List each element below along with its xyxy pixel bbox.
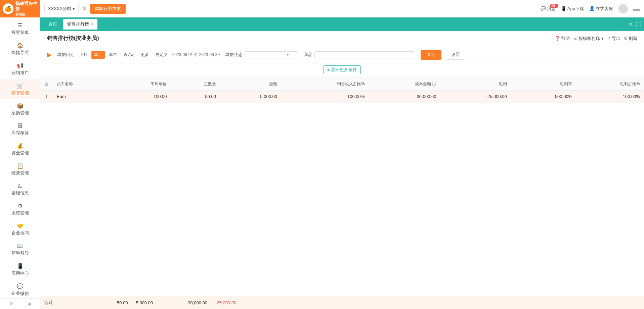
status-select[interactable]: ▾	[245, 51, 298, 58]
page-actions: ❓ 帮助 🖨 按模板打印 ▾ ↗ 导出 ↻ 刷新	[555, 36, 637, 46]
sidebar-item-wechat[interactable]: 💬 企业微信	[0, 280, 40, 298]
company-select[interactable]: XXXXX公司 ▾	[44, 4, 79, 13]
date-tab-custom[interactable]: 自定义	[153, 51, 170, 59]
sidebar-item-finance[interactable]: 💰 资金管理	[0, 139, 40, 159]
sidebar-item-label: 企业微信	[11, 291, 29, 297]
data-table: ⚙ 员工名称 平均单价 主数量 全额 销售收入占比% 成本全额 ⓘ 毛利 毛利率…	[40, 78, 644, 103]
top-right: 💬 消息 99+ 📱 App下载 👤 在线客服 ▬	[541, 4, 640, 13]
settings-button[interactable]: 设置	[447, 50, 464, 60]
sidebar-item-enterprise[interactable]: 🤝 企业协同	[0, 219, 40, 240]
query-button[interactable]: 查询	[421, 50, 441, 60]
refresh-icon: ↻	[624, 36, 628, 41]
marketing-icon: 📢	[17, 62, 24, 69]
app-sub: 标准版	[15, 12, 37, 16]
finance-icon: 💰	[17, 143, 24, 149]
th-sales-ratio: 销售收入占比%	[281, 78, 369, 91]
message-button[interactable]: 💬 消息 99+	[541, 6, 556, 12]
date-range-label: 2023-06-01 至 2023-06-30	[172, 52, 220, 58]
content-area: 销售排行榜(按业务员) ❓ 帮助 🖨 按模板打印 ▾ ↗ 导出 ↻ 刷新	[40, 31, 644, 309]
refresh-button[interactable]: ↻ 刷新	[624, 36, 637, 42]
sidebar: 🍊 畅康通好生意 标准版 ☰ 搜索菜单 🏠 快捷导航 📢 营销推广 🛒 销售管理…	[0, 0, 40, 309]
expand-icon: ▾	[327, 67, 330, 72]
cell-rank: 1	[40, 91, 53, 103]
sales-icon: 🛒	[17, 83, 24, 89]
th-amount: 全额	[220, 78, 281, 91]
top-bar: XXXXX公司 ▾ ⚙ 体验行业方案 💬 消息 99+ 📱 App下载 👤 在线…	[40, 0, 644, 17]
sidebar-collapse-icon[interactable]: ◀	[27, 301, 31, 306]
cell-profit-ratio: 100.00%	[576, 91, 644, 103]
tab-home[interactable]: 首页	[44, 17, 62, 31]
sidebar-item-inventory[interactable]: 🗄 库存核算	[0, 119, 40, 139]
sidebar-item-system[interactable]: ⚙ 系统管理	[0, 199, 40, 219]
enterprise-icon: 🤝	[17, 223, 24, 229]
service-icon: 👤	[589, 6, 595, 11]
guide-icon: 📖	[17, 243, 24, 249]
tab-label: 销售排行榜	[67, 21, 89, 27]
basic-icon: 🗂	[17, 183, 23, 189]
date-tab-this-month[interactable]: 本月	[91, 51, 105, 59]
date-tab-last-month[interactable]: 上月	[77, 51, 90, 59]
online-service-btn[interactable]: 👤 在线客服	[589, 6, 613, 12]
tab-sales-ranking[interactable]: 销售排行榜 ×	[63, 19, 97, 30]
close-window-icon[interactable]: ✕	[629, 21, 633, 27]
sidebar-item-operations[interactable]: 📋 经营管理	[0, 159, 40, 179]
sidebar-item-sales[interactable]: 🛒 销售管理	[0, 79, 40, 99]
cell-qty: 50.00	[171, 91, 220, 103]
status-filter-label: 单据状态	[225, 52, 243, 58]
avatar[interactable]	[618, 4, 628, 13]
sidebar-item-guide[interactable]: 📖 新手引导	[0, 240, 40, 260]
table-header-row: ⚙ 员工名称 平均单价 主数量 全额 销售收入占比% 成本全额 ⓘ 毛利 毛利率…	[40, 78, 644, 91]
column-settings-icon[interactable]: ⚙	[44, 82, 49, 87]
sidebar-item-shortcut[interactable]: 🏠 快捷导航	[0, 39, 40, 59]
status-filter: 单据状态 ▾	[225, 51, 298, 58]
app-logo: 🍊 畅康通好生意 标准版	[0, 0, 40, 17]
company-name: XXXXX公司	[48, 6, 71, 12]
app-download-label: App下载	[567, 6, 584, 12]
maximize-icon[interactable]: ⛶	[636, 21, 641, 27]
filter-bar: ▶ 单据日期 上月 本月 本年 近7天 更多 自定义 2023-06-01 至 …	[40, 46, 644, 63]
print-button[interactable]: 🖨 按模板打印 ▾	[573, 36, 604, 42]
goods-chevron-icon: ...	[403, 53, 405, 57]
sidebar-item-label: 搜索菜单	[11, 30, 29, 36]
table-container: ⚙ 员工名称 平均单价 主数量 全额 销售收入占比% 成本全额 ⓘ 毛利 毛利率…	[40, 78, 644, 296]
date-tab-7days[interactable]: 近7天	[121, 51, 137, 59]
cell-profit: -25,000.00	[440, 91, 511, 103]
logo-icon: 🍊	[3, 3, 13, 14]
sidebar-item-label: 营销推广	[11, 70, 29, 76]
filter-expand-row: ▾ 展开更多条件	[40, 63, 644, 78]
date-tab-this-year[interactable]: 本年	[106, 51, 120, 59]
sidebar-nav: ☰ 搜索菜单 🏠 快捷导航 📢 营销推广 🛒 销售管理 📦 采购管理 🗄 库存核…	[0, 17, 40, 298]
sidebar-item-search[interactable]: ☰ 搜索菜单	[0, 19, 40, 39]
sidebar-item-label: 资金管理	[11, 150, 29, 156]
tab-close-icon[interactable]: ×	[91, 22, 93, 27]
sidebar-item-basic[interactable]: 🗂 基础信息	[0, 179, 40, 199]
expand-conditions-button[interactable]: ▾ 展开更多条件	[324, 65, 361, 74]
sidebar-item-label: 应用中心	[11, 270, 29, 276]
app-download-btn[interactable]: 📱 App下载	[561, 6, 584, 12]
sidebar-settings-icon[interactable]: ⚙	[9, 301, 13, 306]
th-profit: 毛利	[440, 78, 511, 91]
industry-btn[interactable]: 体验行业方案	[90, 4, 126, 14]
footer-cost: 30,000.00	[184, 300, 211, 305]
main-area: XXXXX公司 ▾ ⚙ 体验行业方案 💬 消息 99+ 📱 App下载 👤 在线…	[40, 0, 644, 309]
cell-profit-rate: -500.00%	[511, 91, 576, 103]
sidebar-item-purchase[interactable]: 📦 采购管理	[0, 99, 40, 119]
footer-total-label: 合计	[44, 300, 105, 306]
page-title: 销售排行榜(按业务员)	[47, 35, 99, 46]
home-icon: 🏠	[17, 42, 24, 49]
date-tab-more[interactable]: 更多	[138, 51, 152, 59]
sidebar-item-apps[interactable]: 📱 应用中心	[0, 260, 40, 280]
apps-icon: 📱	[17, 263, 24, 269]
goods-filter-label: 商品	[304, 52, 312, 58]
cell-avg-price: 100.00	[112, 91, 171, 103]
sidebar-item-marketing[interactable]: 📢 营销推广	[0, 59, 40, 79]
goods-input[interactable]: ...	[314, 51, 415, 58]
cell-sales-ratio: 100.00%	[281, 91, 369, 103]
help-icon: ❓	[555, 36, 560, 41]
help-button[interactable]: ❓ 帮助	[555, 36, 570, 42]
print-chevron-icon: ▾	[601, 36, 604, 41]
settings-icon[interactable]: ⚙	[82, 5, 87, 12]
date-filter-label: 单据日期	[57, 52, 75, 58]
expand-arrow-icon[interactable]: ▶	[47, 51, 52, 58]
export-button[interactable]: ↗ 导出	[607, 36, 620, 42]
